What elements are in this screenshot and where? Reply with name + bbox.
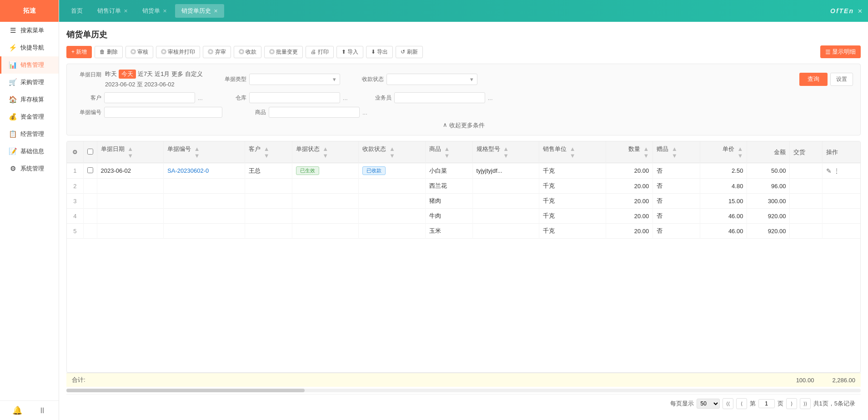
sidebar-item-finance[interactable]: 💰 资金管理 [0, 108, 59, 125]
page-num-input[interactable] [758, 399, 775, 408]
col-unit-price[interactable]: 单价 ▲▼ [700, 141, 747, 163]
more-action-btn[interactable]: ⋮ [833, 167, 840, 175]
tab-sales-goods[interactable]: 销货单 ✕ [136, 4, 173, 18]
customer-picker[interactable]: ... [198, 95, 203, 101]
warehouse-input[interactable] [249, 92, 340, 103]
order-num-input[interactable] [104, 107, 222, 118]
print-button[interactable]: 🖨 打印 [306, 46, 333, 58]
nav-tabs-bar: 首页 销售订单 ✕ 销货单 ✕ 销货单历史 ✕ OfTEn ✕ [59, 0, 868, 22]
doc-type-select[interactable]: ▾ [249, 74, 340, 85]
abandon-button[interactable]: ◎ 弃审 [203, 46, 231, 58]
sidebar-item-system-mgmt[interactable]: ⚙ 系统管理 [0, 160, 59, 177]
tab-sales-order-close[interactable]: ✕ [124, 8, 128, 14]
page-unit-label: 页 [778, 400, 783, 408]
customer-input[interactable] [104, 92, 195, 103]
col-transaction[interactable]: 交货 [790, 141, 822, 163]
date-custom[interactable]: 自定义 [185, 70, 203, 78]
customer-filter: 客户 ... [74, 92, 203, 103]
page-last-btn[interactable]: ⟩⟩ [800, 398, 811, 409]
row-checkbox-cell[interactable] [83, 163, 97, 179]
export-button[interactable]: ⬇ 导出 [366, 46, 393, 58]
row-action-cell [822, 194, 860, 209]
collection-status-select[interactable]: ▾ [386, 74, 477, 85]
row-unit-price: 15.00 [700, 194, 747, 209]
goods-picker[interactable]: ... [362, 109, 367, 116]
refresh-button[interactable]: ↺ 刷新 [396, 46, 422, 58]
delete-button[interactable]: 🗑 删除 [95, 46, 122, 58]
col-customer[interactable]: 客户 ▲▼ [245, 141, 292, 163]
page-first-btn[interactable]: ⟨⟨ [722, 398, 733, 409]
col-gift[interactable]: 赠品 ▲▼ [653, 141, 700, 163]
row-checkbox-cell[interactable] [83, 224, 97, 239]
scrollbar-thumb[interactable] [66, 389, 305, 392]
audit-button[interactable]: ◎ 审核 [125, 46, 153, 58]
col-unit[interactable]: 销售单位 ▲▼ [539, 141, 606, 163]
tab-sales-goods-close[interactable]: ✕ [163, 8, 167, 14]
tab-sales-history[interactable]: 销货单历史 ✕ [175, 4, 224, 18]
col-checkbox[interactable] [83, 141, 97, 163]
business-picker[interactable]: ... [488, 95, 493, 101]
close-all-btn[interactable]: ✕ [858, 8, 863, 15]
date-yesterday[interactable]: 昨天 [105, 70, 117, 78]
date-today[interactable]: 今天 [119, 70, 136, 79]
query-button[interactable]: 查询 [799, 73, 828, 86]
sidebar-item-sales-mgmt[interactable]: 📊 销售管理 [0, 56, 59, 74]
settings-button[interactable]: 设置 [830, 73, 853, 86]
notification-icon[interactable]: 🔔 [12, 405, 22, 415]
goods-input[interactable] [269, 107, 360, 118]
row-order-no: SA-20230602-0 [164, 163, 245, 179]
sidebar-item-operations[interactable]: 📋 经营管理 [0, 125, 59, 143]
row-date: 2023-06-02 [97, 163, 164, 179]
sidebar-item-search-menu[interactable]: ☰ 搜索菜单 [0, 22, 59, 39]
col-amount[interactable]: 金额 [747, 141, 790, 163]
warehouse-filter: 仓库 ... [219, 92, 348, 103]
table-row: 12023-06-02SA-20230602-0王总已生效已收款小白菜tyjyj… [67, 163, 860, 179]
new-button[interactable]: + 新增 [66, 46, 92, 58]
sidebar-item-basic-info[interactable]: 📝 基础信息 [0, 143, 59, 160]
date-7days[interactable]: 近7天 [138, 70, 153, 78]
business-input[interactable] [394, 92, 485, 103]
col-order-no[interactable]: 单据编号 ▲▼ [164, 141, 245, 163]
row-collection-status: 已收款 [359, 163, 426, 179]
display-detail-button[interactable]: ☰ 显示明细 [820, 45, 861, 58]
audit-print-button[interactable]: ◎ 审核并打印 [156, 46, 200, 58]
order-no-link[interactable]: SA-20230602-0 [167, 167, 209, 174]
page-prev-btn[interactable]: ⟨ [736, 398, 747, 409]
page-next-btn[interactable]: ⟩ [786, 398, 797, 409]
tab-home[interactable]: 首页 [65, 4, 89, 18]
tab-sales-order[interactable]: 销售订单 ✕ [91, 4, 134, 18]
edit-action-btn[interactable]: ✎ [826, 167, 832, 175]
row-checkbox-cell[interactable] [83, 179, 97, 194]
horizontal-scrollbar[interactable] [66, 389, 861, 392]
row-unit: 千克 [539, 224, 606, 239]
row-customer [245, 179, 292, 194]
select-all-checkbox[interactable] [87, 149, 93, 155]
row-checkbox-cell[interactable] [83, 194, 97, 209]
collect-button[interactable]: ◎ 收款 [234, 46, 261, 58]
col-date[interactable]: 单据日期 ▲▼ [97, 141, 164, 163]
batch-change-button[interactable]: ◎ 批量变更 [264, 46, 303, 58]
footer-values: 100.00 2,286.00 [796, 377, 855, 384]
sidebar-item-purchase-mgmt[interactable]: 🛒 采购管理 [0, 74, 59, 91]
pause-icon[interactable]: ⏸ [38, 406, 46, 415]
col-settings[interactable]: ⚙ [67, 141, 83, 163]
col-collection-status[interactable]: 收款状态 ▲▼ [359, 141, 426, 163]
sidebar-item-inventory[interactable]: 🏠 库存核算 [0, 91, 59, 108]
col-qty[interactable]: 数量 ▲▼ [606, 141, 653, 163]
collapse-filter-row[interactable]: ∧ 收起更多条件 [74, 121, 853, 130]
date-1month[interactable]: 近1月 [155, 70, 170, 78]
per-page-select[interactable]: 50 100 200 [697, 399, 720, 409]
row-goods: 猪肉 [425, 194, 472, 209]
import-button[interactable]: ⬆ 导入 [336, 46, 363, 58]
col-order-status[interactable]: 单据状态 ▲▼ [292, 141, 359, 163]
row-gift: 否 [653, 224, 700, 239]
col-spec[interactable]: 规格型号 ▲▼ [472, 141, 539, 163]
date-more[interactable]: 更多 [171, 70, 183, 78]
warehouse-picker[interactable]: ... [343, 95, 348, 101]
row-checkbox-cell[interactable] [83, 209, 97, 224]
row-checkbox[interactable] [87, 167, 93, 173]
sidebar-item-quick-nav[interactable]: ⚡ 快捷导航 [0, 39, 59, 56]
tab-sales-history-close[interactable]: ✕ [214, 8, 218, 14]
col-goods[interactable]: 商品 ▲▼ [425, 141, 472, 163]
row-unit: 千克 [539, 179, 606, 194]
